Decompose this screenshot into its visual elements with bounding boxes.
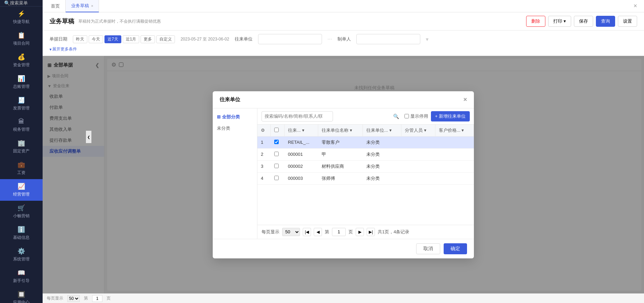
col-manager[interactable]: 分管人员 ▾: [401, 125, 435, 137]
row-price: [435, 136, 474, 148]
settings-button[interactable]: 设置: [618, 16, 637, 27]
sidebar-item-label: 经营管理: [13, 191, 30, 197]
sidebar-item-label: 基础信息: [13, 235, 30, 241]
show-disabled-label[interactable]: 显示停用: [404, 113, 428, 119]
sidebar-item-salary[interactable]: 💼 工资: [0, 158, 43, 179]
row-code: 000003: [285, 172, 318, 184]
row-no: 2: [257, 148, 271, 160]
date-btn-more[interactable]: 更多: [141, 35, 155, 43]
table-row[interactable]: 3 000002 材料供应商 未分类: [257, 160, 474, 172]
row-price: [435, 172, 474, 184]
col-name[interactable]: 往来单位名称 ▾: [318, 125, 363, 137]
sidebar-logo: 🔍 搜索菜单: [0, 0, 43, 7]
tab-close-icon[interactable]: ×: [91, 4, 93, 8]
row-category: 未分类: [363, 148, 401, 160]
finance-icon: 💰: [18, 53, 25, 61]
page-num-label: 第: [325, 229, 329, 235]
row-checkbox[interactable]: [271, 148, 285, 160]
category-uncategorized[interactable]: 未分类: [213, 123, 257, 134]
tab-draft-label: 业务草稿: [71, 3, 89, 9]
sidebar-item-invoice[interactable]: 🧾 发票管理: [0, 93, 43, 115]
save-button[interactable]: 保存: [574, 16, 593, 27]
delete-button[interactable]: 删除: [526, 16, 545, 27]
cancel-button[interactable]: 取消: [416, 243, 440, 254]
search-icon-modal: 🔍: [393, 114, 399, 119]
show-disabled-checkbox[interactable]: [404, 114, 409, 118]
date-btn-custom[interactable]: 自定义: [156, 35, 175, 43]
chevron-down-icon: ▾: [564, 19, 566, 24]
col-code[interactable]: 往来... ▾: [285, 125, 318, 137]
category-panel: ⊞ 全部分类 未分类 ❮: [213, 108, 257, 239]
add-party-button[interactable]: + 新增往来单位: [431, 111, 470, 121]
prev-page-btn[interactable]: ◀: [314, 228, 322, 236]
query-button[interactable]: 查询: [596, 16, 615, 27]
print-button[interactable]: 打印 ▾: [548, 16, 571, 27]
category-all[interactable]: ⊞ 全部分类: [213, 111, 257, 123]
table-select-all[interactable]: [274, 128, 279, 132]
sidebar-item-projects[interactable]: 📋 项目合同: [0, 28, 43, 50]
row-checkbox[interactable]: [271, 172, 285, 184]
sidebar-item-guide[interactable]: 📖 新手引导: [0, 266, 43, 287]
col-checkbox: [271, 125, 285, 137]
row-code: 000002: [285, 160, 318, 172]
modal-close-button[interactable]: ×: [463, 96, 467, 103]
last-page-btn[interactable]: ▶|: [367, 228, 375, 236]
sidebar-item-label: 发票管理: [13, 105, 30, 111]
sidebar-item-assets[interactable]: 🏢 固定资产: [0, 136, 43, 158]
party-filter-input[interactable]: [258, 34, 322, 44]
sidebar-item-finance[interactable]: 💰 资金管理: [0, 50, 43, 71]
date-btn-7days[interactable]: 近7天: [104, 35, 121, 43]
row-checkbox[interactable]: [271, 160, 285, 172]
tab-home[interactable]: 首页: [45, 0, 66, 12]
date-btn-today[interactable]: 今天: [89, 35, 103, 43]
col-price[interactable]: 客户价格... ▾: [435, 125, 474, 137]
row-code: RETAIL_...: [285, 136, 318, 148]
sidebar-item-ledger[interactable]: 📊 总账管理: [0, 71, 43, 93]
sidebar-item-marketing[interactable]: 🛒 小畅营销: [0, 201, 43, 222]
next-page-btn[interactable]: ▶: [356, 228, 364, 236]
main-content: 首页 业务草稿 × × 业务草稿 草稿转为正式单据时，不会执行满额促销优惠 删除…: [43, 0, 644, 303]
sidebar-search-label[interactable]: 搜索菜单: [10, 0, 28, 6]
modal-title: 往来单位: [220, 96, 240, 103]
sidebar-item-system[interactable]: ⚙️ 系统管理: [0, 244, 43, 266]
party-modal: 往来单位 × ⊞ 全部分类 未分类: [213, 91, 474, 258]
maker-filter-label: 制单人: [337, 36, 351, 42]
table-row[interactable]: 4 000003 张师傅 未分类: [257, 172, 474, 184]
sidebar-item-operations[interactable]: 📈 经营管理: [0, 179, 43, 201]
row-category: 未分类: [363, 160, 401, 172]
sidebar-item-tax[interactable]: 🏛 税务管理: [0, 115, 43, 136]
expand-more-btn[interactable]: ▾ 展开更多条件: [49, 46, 637, 52]
projects-icon: 📋: [18, 32, 25, 39]
confirm-button[interactable]: 确定: [444, 243, 467, 254]
party-search-input[interactable]: [262, 111, 333, 121]
date-btn-1month[interactable]: 近1月: [123, 35, 140, 43]
table-row[interactable]: 1 RETAIL_... 零散客户 未分类: [257, 136, 474, 148]
page-subtitle: 草稿转为正式单据时，不会执行满额促销优惠: [78, 19, 161, 24]
first-page-btn[interactable]: |◀: [303, 228, 311, 236]
window-close-icon[interactable]: ×: [629, 2, 641, 10]
table-row[interactable]: 2 000001 甲 未分类: [257, 148, 474, 160]
sidebar-item-basic[interactable]: ℹ️ 基础信息: [0, 222, 43, 244]
tab-bar: 首页 业务草稿 × ×: [43, 0, 644, 12]
row-name: 张师傅: [318, 172, 363, 184]
operations-icon: 📈: [18, 183, 25, 190]
col-category[interactable]: 往来单位... ▾: [363, 125, 401, 137]
status-bar: 每页显示 50 第 页: [43, 293, 644, 303]
party-filter-label: 往来单位: [235, 36, 253, 42]
maker-filter-input[interactable]: [356, 34, 420, 44]
row-manager: [401, 136, 435, 148]
sidebar-item-label: 小畅营销: [13, 213, 30, 219]
row-code: 000001: [285, 148, 318, 160]
row-price: [435, 160, 474, 172]
page-bottom-input[interactable]: [92, 295, 102, 302]
per-page-bottom-select[interactable]: 50: [67, 295, 80, 302]
row-price: [435, 148, 474, 160]
per-page-select[interactable]: 50 100 200: [282, 228, 300, 236]
date-buttons: 昨天 今天 近7天 近1月 更多 自定义: [73, 35, 175, 43]
page-number-input[interactable]: [332, 228, 346, 236]
sidebar-item-apps[interactable]: 🔲 应用中心: [0, 287, 43, 303]
tab-draft[interactable]: 业务草稿 ×: [66, 0, 99, 12]
sidebar-item-quicknav[interactable]: ⚡ 快捷导航: [0, 7, 43, 28]
row-checkbox[interactable]: [271, 136, 285, 148]
date-btn-yesterday[interactable]: 昨天: [73, 35, 87, 43]
